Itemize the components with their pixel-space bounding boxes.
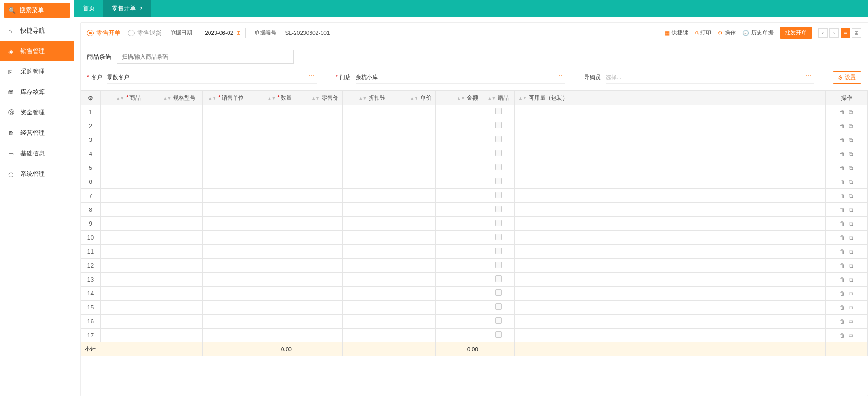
col-product[interactable]: ▲▼*商品 bbox=[101, 91, 156, 105]
sidebar-item-0[interactable]: ⌂快捷导航 bbox=[0, 20, 74, 41]
delete-row-icon[interactable]: 🗑 bbox=[840, 179, 845, 185]
table-row[interactable]: 15🗑⧉ bbox=[81, 301, 868, 315]
gift-checkbox[interactable] bbox=[495, 192, 502, 198]
table-row[interactable]: 11🗑⧉ bbox=[81, 245, 868, 259]
table-row[interactable]: 16🗑⧉ bbox=[81, 315, 868, 329]
table-row[interactable]: 5🗑⧉ bbox=[81, 161, 868, 175]
col-available[interactable]: ▲▼可用量（包装） bbox=[515, 91, 826, 105]
delete-row-icon[interactable]: 🗑 bbox=[840, 109, 845, 115]
store-picker[interactable]: 余杭小库 ⋯ bbox=[356, 72, 565, 84]
col-price[interactable]: ▲▼零售价 bbox=[296, 91, 343, 105]
col-qty[interactable]: ▲▼*数量 bbox=[249, 91, 296, 105]
gift-checkbox[interactable] bbox=[495, 220, 502, 226]
delete-row-icon[interactable]: 🗑 bbox=[840, 248, 845, 255]
col-gift[interactable]: ▲▼赠品 bbox=[482, 91, 515, 105]
grid-view-button[interactable]: ⊞ bbox=[852, 28, 861, 38]
copy-row-icon[interactable]: ⧉ bbox=[849, 235, 853, 241]
copy-row-icon[interactable]: ⧉ bbox=[849, 165, 853, 171]
delete-row-icon[interactable]: 🗑 bbox=[840, 262, 845, 269]
radio-retail-return[interactable]: 零售退货 bbox=[128, 29, 161, 37]
gift-checkbox[interactable] bbox=[495, 317, 502, 324]
delete-row-icon[interactable]: 🗑 bbox=[840, 276, 845, 283]
gift-checkbox[interactable] bbox=[495, 178, 502, 184]
table-row[interactable]: 3🗑⧉ bbox=[81, 133, 868, 147]
table-row[interactable]: 8🗑⧉ bbox=[81, 203, 868, 217]
radio-retail-order[interactable]: 零售开单 bbox=[87, 29, 121, 37]
sidebar-item-7[interactable]: ◌系统管理 bbox=[0, 164, 74, 184]
gift-checkbox[interactable] bbox=[495, 275, 502, 282]
guide-picker[interactable]: 选择... ⋯ bbox=[606, 72, 814, 84]
delete-row-icon[interactable]: 🗑 bbox=[840, 332, 845, 339]
sidebar-item-2[interactable]: ⎘采购管理 bbox=[0, 61, 74, 82]
gift-checkbox[interactable] bbox=[495, 262, 502, 268]
delete-row-icon[interactable]: 🗑 bbox=[840, 193, 845, 199]
search-menu-button[interactable]: 🔍 搜索菜单 bbox=[4, 3, 70, 18]
table-row[interactable]: 1🗑⧉ bbox=[81, 105, 868, 119]
gift-checkbox[interactable] bbox=[495, 331, 502, 338]
table-row[interactable]: 14🗑⧉ bbox=[81, 287, 868, 301]
table-row[interactable]: 9🗑⧉ bbox=[81, 217, 868, 231]
col-spec[interactable]: ▲▼规格型号 bbox=[156, 91, 203, 105]
more-icon[interactable]: ⋯ bbox=[806, 73, 812, 79]
gift-checkbox[interactable] bbox=[495, 248, 502, 254]
gift-checkbox[interactable] bbox=[495, 164, 502, 170]
copy-row-icon[interactable]: ⧉ bbox=[849, 193, 853, 199]
table-row[interactable]: 6🗑⧉ bbox=[81, 175, 868, 189]
sidebar-item-3[interactable]: ⛃库存核算 bbox=[0, 82, 74, 102]
list-view-button[interactable]: ≡ bbox=[841, 28, 850, 38]
shortcut-button[interactable]: ▦快捷键 bbox=[665, 29, 688, 37]
col-amount[interactable]: ▲▼金额 bbox=[436, 91, 482, 105]
gift-checkbox[interactable] bbox=[495, 289, 502, 296]
customer-picker[interactable]: 零散客户 ⋯ bbox=[107, 72, 317, 84]
delete-row-icon[interactable]: 🗑 bbox=[840, 137, 845, 143]
more-icon[interactable]: ⋯ bbox=[309, 73, 315, 79]
gift-checkbox[interactable] bbox=[495, 122, 502, 128]
copy-row-icon[interactable]: ⧉ bbox=[849, 123, 853, 129]
prev-button[interactable]: ‹ bbox=[818, 28, 828, 38]
table-row[interactable]: 7🗑⧉ bbox=[81, 189, 868, 203]
operate-button[interactable]: ⚙操作 bbox=[718, 29, 736, 37]
date-picker[interactable]: 2023-06-02 🗓 bbox=[201, 28, 246, 38]
gift-checkbox[interactable] bbox=[495, 136, 502, 142]
table-row[interactable]: 13🗑⧉ bbox=[81, 273, 868, 287]
delete-row-icon[interactable]: 🗑 bbox=[840, 151, 845, 157]
table-row[interactable]: 4🗑⧉ bbox=[81, 147, 868, 161]
table-row[interactable]: 17🗑⧉ bbox=[81, 329, 868, 342]
gift-checkbox[interactable] bbox=[495, 108, 502, 114]
delete-row-icon[interactable]: 🗑 bbox=[840, 165, 845, 171]
delete-row-icon[interactable]: 🗑 bbox=[840, 221, 845, 227]
copy-row-icon[interactable]: ⧉ bbox=[849, 207, 853, 213]
delete-row-icon[interactable]: 🗑 bbox=[840, 304, 845, 311]
col-gear[interactable]: ⚙ bbox=[81, 91, 101, 105]
copy-row-icon[interactable]: ⧉ bbox=[849, 151, 853, 157]
delete-row-icon[interactable]: 🗑 bbox=[840, 235, 845, 241]
copy-row-icon[interactable]: ⧉ bbox=[849, 221, 853, 227]
copy-row-icon[interactable]: ⧉ bbox=[849, 179, 853, 185]
print-button[interactable]: ⎙打印 bbox=[695, 29, 711, 37]
gift-checkbox[interactable] bbox=[495, 303, 502, 310]
sidebar-item-1[interactable]: ◈销售管理 bbox=[0, 41, 74, 61]
copy-row-icon[interactable]: ⧉ bbox=[849, 109, 853, 115]
sidebar-item-4[interactable]: Ⓢ资金管理 bbox=[0, 102, 74, 123]
col-unitprice[interactable]: ▲▼单价 bbox=[389, 91, 436, 105]
delete-row-icon[interactable]: 🗑 bbox=[840, 290, 845, 297]
gift-checkbox[interactable] bbox=[495, 206, 502, 212]
delete-row-icon[interactable]: 🗑 bbox=[840, 207, 845, 213]
more-icon[interactable]: ⋯ bbox=[557, 73, 564, 79]
next-button[interactable]: › bbox=[829, 28, 839, 38]
sidebar-item-6[interactable]: ▭基础信息 bbox=[0, 143, 74, 164]
sidebar-item-5[interactable]: 🗎经营管理 bbox=[0, 123, 74, 143]
table-row[interactable]: 2🗑⧉ bbox=[81, 119, 868, 133]
tab-home[interactable]: 首页 bbox=[74, 0, 103, 17]
barcode-input[interactable] bbox=[117, 50, 294, 64]
copy-row-icon[interactable]: ⧉ bbox=[849, 248, 853, 255]
tab-close-icon[interactable]: × bbox=[140, 5, 143, 12]
gift-checkbox[interactable] bbox=[495, 150, 502, 156]
delete-row-icon[interactable]: 🗑 bbox=[840, 318, 845, 325]
copy-row-icon[interactable]: ⧉ bbox=[849, 276, 853, 283]
gift-checkbox[interactable] bbox=[495, 234, 502, 240]
table-row[interactable]: 10🗑⧉ bbox=[81, 231, 868, 245]
copy-row-icon[interactable]: ⧉ bbox=[849, 318, 853, 325]
copy-row-icon[interactable]: ⧉ bbox=[849, 137, 853, 143]
delete-row-icon[interactable]: 🗑 bbox=[840, 123, 845, 129]
